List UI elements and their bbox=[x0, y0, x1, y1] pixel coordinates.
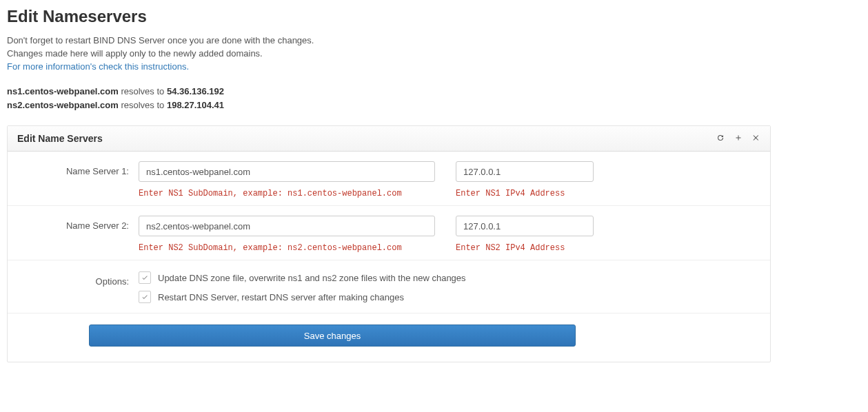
option-update-zone-checkbox[interactable] bbox=[139, 271, 151, 284]
resolve-block: ns1.centos-webpanel.com resolves to 54.3… bbox=[7, 85, 861, 114]
option-update-zone-label[interactable]: Update DNS zone file, overwrite ns1 and … bbox=[158, 273, 466, 283]
save-changes-button[interactable]: Save changes bbox=[89, 325, 576, 347]
ns2-hostname: ns2.centos-webpanel.com bbox=[7, 100, 119, 110]
panel-actions bbox=[716, 134, 760, 143]
ns1-row: Name Server 1: Enter NS1 SubDomain, exam… bbox=[8, 152, 770, 206]
options-label: Options: bbox=[14, 271, 139, 303]
intro-link[interactable]: For more information's check this instru… bbox=[7, 61, 189, 72]
option-restart-dns: Restart DNS Server, restart DNS server a… bbox=[139, 291, 466, 303]
ns2-domain-input[interactable] bbox=[139, 216, 435, 236]
option-update-zone: Update DNS zone file, overwrite ns1 and … bbox=[139, 271, 466, 284]
panel-heading: Edit Name Servers bbox=[8, 126, 770, 152]
intro-block: Don't forget to restart BIND DNS Server … bbox=[7, 34, 861, 74]
expand-icon[interactable] bbox=[734, 134, 743, 143]
submit-row: Save changes bbox=[8, 313, 770, 362]
ns2-resolve-line: ns2.centos-webpanel.com resolves to 198.… bbox=[7, 99, 861, 113]
ns1-ip-input[interactable] bbox=[456, 161, 594, 182]
refresh-icon[interactable] bbox=[716, 134, 725, 143]
ns1-domain-help: Enter NS1 SubDomain, example: ns1.centos… bbox=[139, 189, 435, 198]
option-restart-dns-checkbox[interactable] bbox=[139, 291, 151, 303]
check-icon bbox=[141, 274, 148, 281]
ns1-hostname: ns1.centos-webpanel.com bbox=[7, 86, 119, 96]
ns1-ip-help: Enter NS1 IPv4 Address bbox=[456, 189, 594, 198]
ns2-resolves-text: resolves to bbox=[119, 100, 167, 110]
panel-title: Edit Name Servers bbox=[17, 133, 103, 144]
ns1-ip: 54.36.136.192 bbox=[167, 86, 224, 96]
ns2-ip: 198.27.104.41 bbox=[167, 100, 224, 110]
ns2-row: Name Server 2: Enter NS2 SubDomain, exam… bbox=[8, 206, 770, 260]
intro-line-1: Don't forget to restart BIND DNS Server … bbox=[7, 34, 861, 48]
ns1-resolves-text: resolves to bbox=[119, 86, 167, 96]
ns1-domain-input[interactable] bbox=[139, 161, 435, 182]
ns1-resolve-line: ns1.centos-webpanel.com resolves to 54.3… bbox=[7, 85, 861, 99]
ns2-ip-input[interactable] bbox=[456, 216, 594, 236]
ns2-domain-help: Enter NS2 SubDomain, example: ns2.centos… bbox=[139, 243, 435, 253]
intro-line-2: Changes made here will apply only to the… bbox=[7, 48, 861, 61]
options-row: Options: Update DNS zone file, overwrite… bbox=[8, 260, 770, 313]
ns2-label: Name Server 2: bbox=[14, 216, 139, 231]
check-icon bbox=[141, 293, 148, 300]
page-title: Edit Nameservers bbox=[7, 7, 861, 26]
ns2-ip-help: Enter NS2 IPv4 Address bbox=[456, 243, 594, 253]
close-icon[interactable] bbox=[752, 134, 760, 143]
option-restart-dns-label[interactable]: Restart DNS Server, restart DNS server a… bbox=[158, 292, 404, 302]
edit-nameservers-panel: Edit Name Servers Name Server 1: Enter N… bbox=[7, 125, 771, 362]
ns1-label: Name Server 1: bbox=[14, 161, 139, 176]
